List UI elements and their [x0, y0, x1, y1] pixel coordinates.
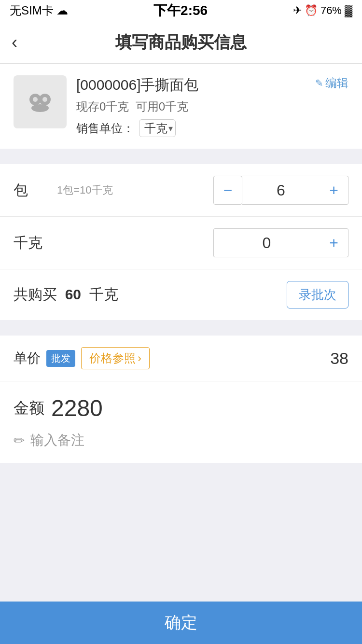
confirm-button[interactable]: 确定 — [165, 612, 197, 634]
package-row: 包 1包=10千克 − + — [0, 164, 362, 217]
package-increment-button[interactable]: + — [320, 176, 348, 205]
svg-point-2 — [31, 104, 49, 112]
status-left: 无SIM卡 ☁ — [10, 3, 68, 18]
section-divider-1 — [0, 156, 362, 164]
confirm-bar[interactable]: 确定 — [0, 602, 362, 644]
summary-text: 共购买 60 千克 — [14, 285, 118, 305]
unit-select-wrap[interactable]: 千克 — [139, 119, 176, 137]
package-input[interactable] — [242, 176, 320, 205]
status-bar: 无SIM卡 ☁ 下午2:56 ✈ ⏰ 76% ▓ — [0, 0, 362, 21]
amount-row: 金额 2280 — [14, 395, 348, 421]
product-info: [0000006]手撕面包 ✎编辑 现存0千克 可用0千克 销售单位： 千克 — [76, 75, 348, 137]
amount-section: 金额 2280 ✏ 输入备注 — [0, 381, 362, 463]
package-decrement-button[interactable]: − — [213, 176, 242, 205]
remark-icon: ✏ — [14, 433, 25, 448]
price-value: 38 — [330, 349, 348, 368]
package-label: 包 — [14, 181, 52, 200]
price-ref-button[interactable]: 价格参照 › — [81, 347, 150, 369]
package-hint: 1包=10千克 — [57, 183, 213, 197]
product-stock: 现存0千克 可用0千克 — [76, 99, 348, 114]
price-row: 单价 批发 价格参照 › 38 — [0, 336, 362, 381]
product-name: [0000006]手撕面包 — [76, 75, 198, 95]
sim-text: 无SIM卡 ☁ — [10, 3, 68, 18]
section-divider-2 — [0, 320, 362, 328]
svg-point-4 — [42, 97, 47, 102]
kg-increment-button[interactable]: + — [320, 228, 348, 257]
amount-value: 2280 — [51, 395, 103, 421]
batch-button[interactable]: 录批次 — [287, 281, 348, 308]
kg-row: 千克 + — [0, 217, 362, 269]
status-right: ✈ ⏰ 76% ▓ — [293, 4, 352, 17]
kg-label: 千克 — [14, 233, 52, 253]
summary-row: 共购买 60 千克 录批次 — [0, 269, 362, 320]
product-image — [14, 75, 67, 128]
location-icon: ✈ — [293, 4, 302, 17]
remark-placeholder: 输入备注 — [30, 431, 84, 449]
price-label: 单价 — [14, 349, 41, 367]
price-tag: 批发 — [46, 350, 75, 367]
status-time: 下午2:56 — [153, 1, 208, 20]
battery-icon: ▓ — [345, 4, 352, 17]
product-unit-row: 销售单位： 千克 — [76, 119, 348, 137]
svg-point-3 — [33, 97, 38, 102]
product-header: [0000006]手撕面包 ✎编辑 — [76, 75, 348, 95]
price-section: 单价 批发 价格参照 › 38 — [0, 336, 362, 381]
remark-row[interactable]: ✏ 输入备注 — [14, 431, 348, 449]
bottom-area — [0, 463, 362, 608]
battery-text: 76% — [320, 4, 342, 17]
page-title: 填写商品购买信息 — [115, 31, 247, 54]
kg-stepper: + — [213, 228, 348, 257]
product-card: [0000006]手撕面包 ✎编辑 现存0千克 可用0千克 销售单位： 千克 — [0, 64, 362, 149]
kg-input[interactable] — [213, 228, 320, 257]
input-section: 包 1包=10千克 − + 千克 + — [0, 164, 362, 269]
alarm-icon: ⏰ — [305, 4, 318, 17]
unit-select[interactable]: 千克 — [139, 119, 176, 137]
package-stepper: − + — [213, 176, 348, 205]
nav-bar: ‹ 填写商品购买信息 — [0, 21, 362, 64]
back-button[interactable]: ‹ — [12, 32, 17, 53]
amount-label: 金额 — [14, 398, 44, 419]
edit-button[interactable]: ✎编辑 — [315, 75, 348, 91]
